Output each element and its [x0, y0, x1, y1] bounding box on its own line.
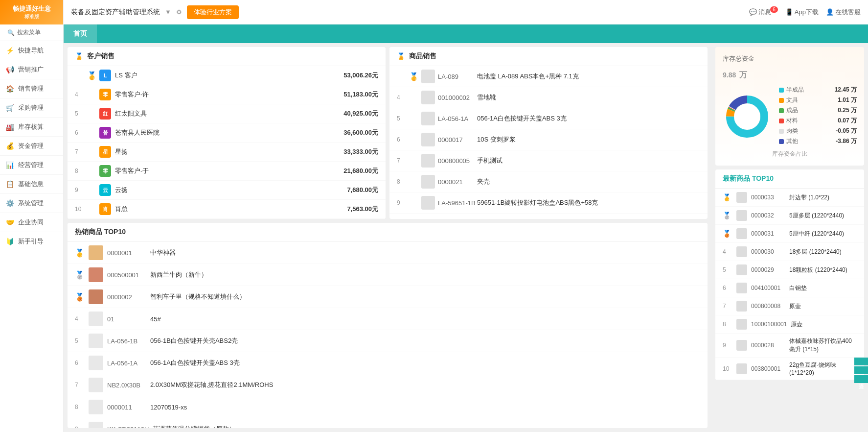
rank-num: 6: [75, 360, 85, 366]
sidebar-item-purchase[interactable]: 🛒 采购管理: [0, 98, 63, 118]
product-code: 0000021: [438, 178, 477, 186]
hot-product-row[interactable]: 7 NB2.0X30B 2.0X30MM双搓花轴,搓花直径2.1MM/ROHS: [68, 374, 708, 396]
product-img: [89, 289, 103, 304]
product-code: NB2.0X30B: [107, 382, 146, 389]
product-name: 45#: [150, 315, 700, 323]
inventory-value: 9.88: [723, 71, 736, 79]
sidebar-item-operation[interactable]: 📊 经营管理: [0, 156, 63, 175]
float-community-btn[interactable]: 服务社区: [854, 366, 868, 374]
customer-sales-row[interactable]: 7 星 星扬 33,333.00元: [68, 143, 386, 162]
rank-num: 9: [75, 187, 87, 193]
customer-sales-row[interactable]: 8 零 零售客户-于 21,680.00元: [68, 162, 386, 181]
rank-num: 8: [397, 178, 409, 185]
sidebar-item-label: 快捷导航: [18, 46, 44, 55]
messages-item[interactable]: 💬 消息 6: [749, 8, 778, 17]
hot-product-row[interactable]: 🥇 0000001 中华神器: [68, 242, 708, 264]
customer-sales-row[interactable]: 6 苦 苍南县人民医院 36,600.00元: [68, 123, 386, 143]
product-img: [421, 154, 435, 168]
sidebar-item-cooperation[interactable]: 🤝 企业协同: [0, 213, 63, 232]
product-sales-row[interactable]: 6 0000017 10S 变刺罗浆: [389, 129, 708, 150]
app-download-label: App下载: [795, 8, 819, 17]
new-products-header: 最新商品 TOP10: [715, 169, 864, 189]
customer-sales-row[interactable]: 5 红 红太阳文具 40,925.00元: [68, 104, 386, 123]
hot-product-row[interactable]: 9 KK-SD22110H 花语萌值温分罐罐袋（厚款）: [68, 418, 708, 428]
customer-avatar: 零: [99, 165, 111, 177]
sidebar-item-marketing[interactable]: 📢 营销推广: [0, 60, 63, 79]
customer-amount: 21,680.00元: [343, 167, 378, 175]
sidebar-item-system[interactable]: ⚙️ 系统管理: [0, 194, 63, 213]
customer-sales-row[interactable]: 10 肖 肖总 7,563.00元: [68, 200, 386, 219]
sidebar-item-inventory[interactable]: 🏭 库存核算: [0, 118, 63, 137]
new-product-row[interactable]: 7 000800008 原壶: [715, 297, 864, 315]
sidebar-item-basic[interactable]: 📋 基础信息: [0, 175, 63, 194]
customer-amount: 7,680.00元: [347, 186, 378, 194]
trial-button[interactable]: 体验行业方案: [187, 5, 239, 19]
new-product-row[interactable]: 6 004100001 白钢垫: [715, 279, 864, 297]
product-sales-row[interactable]: 5 LA-056-1A 056-1A白色按键开关盖ABS 3克: [389, 108, 708, 129]
legend-name: 成品: [786, 106, 835, 115]
sidebar-logo: 畅捷通好生意 标准版: [0, 0, 63, 24]
product-name: 18多层 (1220*2440): [789, 248, 857, 256]
new-product-row[interactable]: 🥈 0000032 5厘多层 (1220*2440): [715, 207, 864, 225]
new-product-row[interactable]: 4 0000030 18多层 (1220*2440): [715, 243, 864, 261]
product-img: [89, 400, 103, 414]
sidebar-item-quick-nav[interactable]: ⚡ 快捷导航: [0, 41, 63, 60]
sidebar-item-finance[interactable]: 💰 资金管理: [0, 137, 63, 156]
hot-product-row[interactable]: 🥉 0000002 智利车子里（规格不知道填什么）: [68, 286, 708, 308]
legend-item: 肉类 -0.05 万: [779, 127, 857, 135]
product-code: LA-056-1A: [107, 360, 146, 367]
customer-sales-row[interactable]: 4 零 零售客户-许 51,183.00元: [68, 85, 386, 104]
product-img: [89, 245, 103, 260]
hot-product-row[interactable]: 4 01 45#: [68, 308, 708, 330]
new-product-row[interactable]: 🥉 0000031 5厘中纤 (1220*2440): [715, 225, 864, 243]
product-sales-row[interactable]: 🥇 LA-089 电池盖 LA-089 ABS本色+黑种 7.1克: [389, 66, 708, 87]
legend-name: 肉类: [786, 127, 833, 135]
product-sales-row[interactable]: 7 000800005 手机测试: [389, 150, 708, 171]
legend-value: 0.07 万: [838, 117, 857, 125]
online-service-item[interactable]: 👤 在线客服: [826, 8, 861, 17]
float-direct-btn[interactable]: 直播: [854, 375, 868, 383]
product-name: 夹壳: [477, 177, 700, 186]
new-product-row[interactable]: 5 0000029 18颗粒板 (1220*2440): [715, 261, 864, 279]
product-sales-row[interactable]: 8 0000021 夹壳: [389, 171, 708, 192]
product-img: [89, 422, 103, 428]
dropdown-icon[interactable]: ▼: [165, 8, 171, 16]
customer-sales-row[interactable]: 9 云 云扬 7,680.00元: [68, 181, 386, 200]
sidebar-item-label: 企业协同: [18, 218, 44, 227]
legend-dot: [779, 119, 784, 123]
product-name: 5厘中纤 (1220*2440): [789, 230, 857, 238]
product-icon: [736, 246, 747, 257]
sidebar-item-sales[interactable]: 🏠 销售管理: [0, 79, 63, 98]
hot-product-row[interactable]: 6 LA-056-1A 056-1A白色按键开关盖ABS 3壳: [68, 352, 708, 374]
product-code: 0000001: [107, 249, 146, 257]
online-service-label: 在线客服: [835, 8, 861, 17]
hot-product-row[interactable]: 🥈 000500001 新西兰牛肉（新牛）: [68, 264, 708, 286]
customer-sales-row[interactable]: 🥇 L LS 客户 53,006.26元: [68, 66, 386, 85]
app-download-item[interactable]: 📱 App下载: [785, 8, 819, 17]
medal-icon: 🥉: [75, 292, 85, 302]
legend-dot: [779, 129, 784, 134]
new-product-row[interactable]: 🥇 0000033 封边带 (1.0*22): [715, 189, 864, 207]
product-sales-row[interactable]: 9 LA-59651-1B 59651-1B旋转投影灯电池盒ABS黑色+58克: [389, 192, 708, 214]
sidebar-item-label: 新手引导: [18, 237, 44, 246]
legend-value: -3.86 万: [836, 137, 857, 145]
hot-product-row[interactable]: 5 LA-056-1B 056-1B白色按键开关壳ABS2壳: [68, 330, 708, 352]
float-service-btn[interactable]: 客服热线: [854, 358, 868, 365]
settings-icon[interactable]: ⚙: [176, 8, 182, 16]
hot-product-row[interactable]: 8 0000011 12070519-xs: [68, 396, 708, 418]
new-product-row[interactable]: 8 10000100001 原壶: [715, 315, 864, 334]
new-product-row[interactable]: 9 0000028 体械嘉枝味苏打饮品400毫升 (1*15): [715, 334, 864, 358]
sidebar-item-guide[interactable]: 🔰 新手引导: [0, 232, 63, 251]
product-name: 雪地靴: [477, 93, 700, 102]
product-name: 12070519-xs: [150, 404, 700, 411]
product-name: 手机测试: [477, 156, 700, 165]
new-product-row[interactable]: 10 003800001 22g鱼豆腐-烧烤味 (1*12*20): [715, 358, 864, 380]
customer-name: 苍南县人民医院: [115, 128, 343, 137]
middle-panels: 🏅 客户销售 🥇 L LS 客户 53,006.26元 4 零 零售客户-许 5…: [64, 43, 711, 432]
tab-home[interactable]: 首页: [64, 24, 97, 43]
product-sales-row[interactable]: 4 001000002 雪地靴: [389, 87, 708, 108]
inventory-unit: 万: [739, 71, 747, 79]
sales-icon: 🏠: [6, 85, 14, 93]
marketing-icon: 📢: [6, 66, 14, 73]
sidebar-search[interactable]: 🔍 搜索菜单: [0, 24, 63, 41]
